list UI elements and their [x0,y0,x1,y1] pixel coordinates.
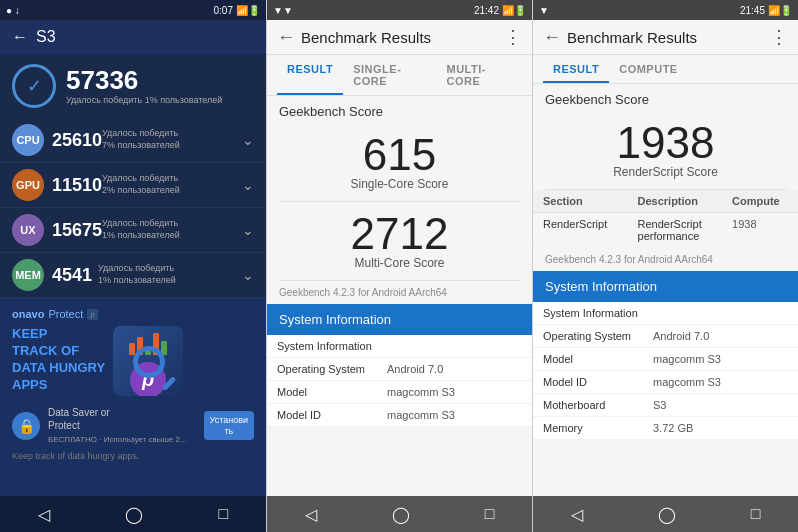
render-score: 1938 [533,111,798,165]
sys-row-os-2: Operating System Android 7.0 [267,358,532,381]
sys-key-model-2: Model [277,386,387,398]
chevron-down-icon-cpu: ⌄ [242,132,254,148]
col-compute: Compute [722,190,798,213]
menu-icon-2[interactable]: ⋮ [504,26,522,48]
sys-row-title-2: System Information [267,335,532,358]
mem-score: 4541 [52,265,98,286]
chevron-down-icon-gpu: ⌄ [242,177,254,193]
gb2-header: ← Benchmark Results ⋮ [533,20,798,55]
nav-bar-3: ◁ ◯ □ [533,496,798,532]
tab-compute[interactable]: COMPUTE [609,55,688,83]
sys-key-mb-3: Motherboard [543,399,653,411]
panel-geekbench-2: ▼ 21:45 📶🔋 ← Benchmark Results ⋮ RESULT … [532,0,798,532]
gb1-tabs: RESULT SINGLE-CORE MULTI-CORE [267,55,532,96]
tab-result-3[interactable]: RESULT [543,55,609,83]
sys-row-model-3: Model magcomm S3 [533,348,798,371]
back-nav-icon-2[interactable]: ◁ [305,505,317,524]
back-nav-icon-3[interactable]: ◁ [571,505,583,524]
home-nav-icon-3[interactable]: ◯ [658,505,676,524]
sys-row-modelid-2: Model ID magcomm S3 [267,404,532,427]
home-nav-icon-2[interactable]: ◯ [392,505,410,524]
status-bar-1: ● ↓ 0:07 📶🔋 [0,0,266,20]
cpu-row[interactable]: CPU 25610 Удалось победить7% пользовател… [0,118,266,163]
back-button-3[interactable]: ← [543,27,561,48]
chevron-down-icon-mem: ⌄ [242,267,254,283]
sb2-time: 21:42 [474,5,499,16]
cpu-badge: CPU [12,124,44,156]
sys-row-title-3: System Information [533,302,798,325]
single-core-score: 615 [267,123,532,177]
score-circle: ✓ [12,64,56,108]
sys-info-content-2: System Information Operating System Andr… [267,335,532,427]
gb2-footer: Geekbench 4.2.3 for Android AArch64 [533,248,798,271]
cpu-desc: Удалось победить7% пользователей [102,128,242,151]
sys-key-mem-3: Memory [543,422,653,434]
ad-area: onavo Protect р KEEPTRACK OFDATA HUNGRYA… [0,298,266,496]
gb1-title: Benchmark Results [301,29,498,46]
sys-key-modelid-3: Model ID [543,376,653,388]
compute-table: Section Description Compute RenderScript… [533,190,798,248]
install-button[interactable]: Установить [204,411,254,441]
recents-nav-icon-2[interactable]: □ [485,505,495,523]
rs-desc: RenderScriptperformance [628,213,723,248]
sb3-icons: 📶🔋 [768,5,792,16]
col-section: Section [533,190,628,213]
multi-core-label: Multi-Core Score [267,256,532,280]
gb1-section-title: Geekbench Score [267,96,532,123]
sys-key-os-3: Operating System [543,330,653,342]
tab-single-core[interactable]: SINGLE-CORE [343,55,436,95]
sys-val-mb-3: S3 [653,399,788,411]
home-nav-icon-1[interactable]: ◯ [125,505,143,524]
menu-icon-3[interactable]: ⋮ [770,26,788,48]
mem-badge: MEM [12,259,44,291]
ux-row[interactable]: UX 15675 Удалось победить1% пользователе… [0,208,266,253]
ux-desc: Удалось победить1% пользователей [102,218,242,241]
ux-badge: UX [12,214,44,246]
gb2-content: Geekbench Score 1938 RenderScript Score … [533,84,798,496]
sb2-signal: ▼▼ [273,5,293,16]
ad-app-logo: 🔒 [12,412,40,440]
ad-headline: KEEPTRACK OFDATA HUNGRYAPPS [12,326,105,394]
gpu-desc: Удалось победить2% пользователей [102,173,242,196]
sys-val-model-2: magcomm S3 [387,386,522,398]
single-core-label: Single-Core Score [267,177,532,201]
gpu-score: 11510 [52,175,102,196]
gb2-tabs: RESULT COMPUTE [533,55,798,84]
back-nav-icon-1[interactable]: ◁ [38,505,50,524]
col-desc: Description [628,190,723,213]
sb1-icons: 📶🔋 [236,5,260,16]
ad-app-desc: Data Saver orProtectБЕСПЛАТНО · Использу… [48,406,196,445]
gpu-badge: GPU [12,169,44,201]
back-button-1[interactable]: ← [12,28,28,46]
sys-key-modelid-2: Model ID [277,409,387,421]
mem-row[interactable]: MEM 4541 Удалось победить1% пользователе… [0,253,266,298]
sys-val-modelid-3: magcomm S3 [653,376,788,388]
ad-bottom[interactable]: 🔒 Data Saver orProtectБЕСПЛАТНО · Исполь… [12,406,254,445]
sys-row-os-3: Operating System Android 7.0 [533,325,798,348]
component-list: CPU 25610 Удалось победить7% пользовател… [0,118,266,298]
tab-multi-core[interactable]: MULTI-CORE [436,55,522,95]
panel-geekbench-1: ▼▼ 21:42 📶🔋 ← Benchmark Results ⋮ RESULT… [266,0,532,532]
sb1-left-icons: ● ↓ [6,5,20,16]
sb2-icons: 📶🔋 [502,5,526,16]
total-score-row: ✓ 57336 Удалось победить 1% пользователе… [0,54,266,118]
sys-row-mem-3: Memory 3.72 GB [533,417,798,440]
sb3-signal: ▼ [539,5,549,16]
back-button-2[interactable]: ← [277,27,295,48]
recents-nav-icon-1[interactable]: □ [219,505,229,523]
recents-nav-icon-3[interactable]: □ [751,505,761,523]
p1-title: S3 [36,28,56,46]
gpu-row[interactable]: GPU 11510 Удалось победить2% пользовател… [0,163,266,208]
tab-result-2[interactable]: RESULT [277,55,343,95]
sys-val-modelid-2: magcomm S3 [387,409,522,421]
chevron-down-icon-ux: ⌄ [242,222,254,238]
sys-info-header-2: System Information [267,304,532,335]
check-icon: ✓ [27,75,42,97]
nav-bar-1: ◁ ◯ □ [0,496,266,532]
ad-footer: Keep track of data hungry apps. [12,451,254,461]
ad-sponsored-tag: р [87,309,97,320]
ad-icon-area: p [113,326,183,396]
gb1-content: Geekbench Score 615 Single-Core Score 27… [267,96,532,496]
cpu-score: 25610 [52,130,102,151]
sys-val-os-2: Android 7.0 [387,363,522,375]
